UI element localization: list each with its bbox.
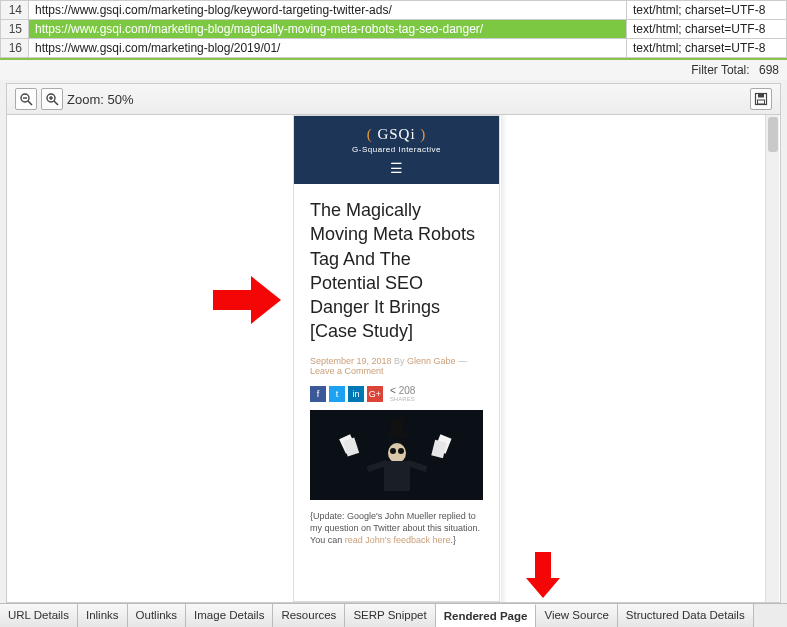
tab-structured-data[interactable]: Structured Data Details xyxy=(618,604,754,627)
svg-rect-9 xyxy=(758,100,765,104)
svg-rect-12 xyxy=(391,419,403,435)
url-list-table[interactable]: 14https://www.gsqi.com/marketing-blog/ke… xyxy=(0,0,787,58)
tab-inlinks[interactable]: Inlinks xyxy=(78,604,128,627)
share-row: f t in G+ < 208 SHARES xyxy=(310,386,483,402)
article-update-note: {Update: Google's John Mueller replied t… xyxy=(310,510,483,546)
tab-serp-snippet[interactable]: SERP Snippet xyxy=(345,604,435,627)
menu-icon[interactable]: ☰ xyxy=(294,160,499,176)
rendered-preview-pane: ( GSQi ) G-Squared Interactive ☰ The Mag… xyxy=(6,115,781,603)
tab-outlinks[interactable]: Outlinks xyxy=(128,604,187,627)
row-content-type: text/html; charset=UTF-8 xyxy=(627,1,787,20)
filter-total-label: Filter Total: xyxy=(691,63,749,77)
zoom-in-button[interactable] xyxy=(41,88,63,110)
row-number: 15 xyxy=(1,20,29,39)
row-url[interactable]: https://www.gsqi.com/marketing-blog/keyw… xyxy=(29,1,627,20)
facebook-share-icon[interactable]: f xyxy=(310,386,326,402)
save-button[interactable] xyxy=(750,88,772,110)
tab-resources[interactable]: Resources xyxy=(273,604,345,627)
zoom-out-button[interactable] xyxy=(15,88,37,110)
svg-rect-21 xyxy=(431,440,447,458)
linkedin-share-icon[interactable]: in xyxy=(348,386,364,402)
svg-rect-15 xyxy=(384,461,410,491)
tab-view-source[interactable]: View Source xyxy=(536,604,617,627)
preview-scrollbar[interactable] xyxy=(765,115,779,602)
tab-image-details[interactable]: Image Details xyxy=(186,604,273,627)
site-tagline: G-Squared Interactive xyxy=(294,145,499,154)
row-content-type: text/html; charset=UTF-8 xyxy=(627,20,787,39)
url-row[interactable]: 15https://www.gsqi.com/marketing-blog/ma… xyxy=(1,20,787,39)
article-meta: September 19, 2018 By Glenn Gabe — Leave… xyxy=(310,356,483,376)
preview-scrollbar-thumb[interactable] xyxy=(768,117,778,152)
tab-rendered-page[interactable]: Rendered Page xyxy=(436,604,537,627)
author-link[interactable]: Glenn Gabe xyxy=(407,356,456,366)
svg-line-4 xyxy=(54,101,58,105)
filter-total-value: 698 xyxy=(759,63,779,77)
site-logo: ( GSQi ) xyxy=(294,126,499,143)
tab-url-details[interactable]: URL Details xyxy=(0,604,78,627)
rendered-page-frame[interactable]: ( GSQi ) G-Squared Interactive ☰ The Mag… xyxy=(293,115,500,602)
article-body: The Magically Moving Meta Robots Tag And… xyxy=(294,184,499,550)
comment-link[interactable]: Leave a Comment xyxy=(310,366,384,376)
svg-point-14 xyxy=(398,448,404,454)
zoom-toolbar: Zoom: 50% xyxy=(6,83,781,115)
twitter-share-icon[interactable]: t xyxy=(329,386,345,402)
detail-tabs: URL DetailsInlinksOutlinksImage DetailsR… xyxy=(0,603,787,627)
svg-point-10 xyxy=(388,443,406,463)
url-row[interactable]: 14https://www.gsqi.com/marketing-blog/ke… xyxy=(1,1,787,20)
site-header: ( GSQi ) G-Squared Interactive ☰ xyxy=(294,116,499,184)
share-count: < 208 SHARES xyxy=(390,386,415,402)
svg-point-13 xyxy=(390,448,396,454)
filter-total-bar: Filter Total: 698 xyxy=(0,58,787,80)
row-number: 14 xyxy=(1,1,29,20)
svg-rect-8 xyxy=(758,94,764,98)
row-content-type: text/html; charset=UTF-8 xyxy=(627,39,787,58)
row-url[interactable]: https://www.gsqi.com/marketing-blog/2019… xyxy=(29,39,627,58)
row-url[interactable]: https://www.gsqi.com/marketing-blog/magi… xyxy=(29,20,627,39)
article-title: The Magically Moving Meta Robots Tag And… xyxy=(310,198,483,344)
google-plus-share-icon[interactable]: G+ xyxy=(367,386,383,402)
zoom-label: Zoom: 50% xyxy=(67,92,133,107)
svg-line-1 xyxy=(28,101,32,105)
article-hero-image xyxy=(310,410,483,500)
url-row[interactable]: 16https://www.gsqi.com/marketing-blog/20… xyxy=(1,39,787,58)
update-link[interactable]: read John's feedback here xyxy=(345,535,451,545)
row-number: 16 xyxy=(1,39,29,58)
